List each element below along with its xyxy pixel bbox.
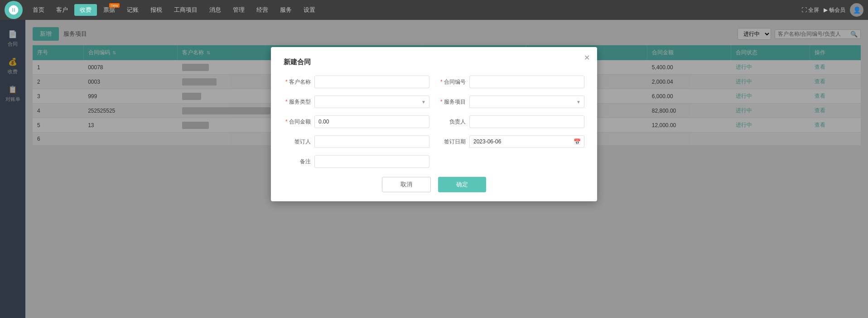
- customer-name-input[interactable]: [314, 76, 429, 88]
- customer-name-label: 客户名称: [284, 78, 311, 86]
- nav-billing[interactable]: 收费: [74, 4, 97, 16]
- avatar[interactable]: 👤: [850, 3, 863, 17]
- new-badge: new: [109, 3, 120, 8]
- form-row-3: 合同金额 负责人: [284, 115, 584, 128]
- play-icon: ▶: [824, 7, 828, 13]
- responsible-group: 负责人: [439, 115, 584, 128]
- member-button[interactable]: ▶ 畅会员: [824, 6, 845, 14]
- customer-name-group: 客户名称: [284, 76, 429, 88]
- dialog-title: 新建合同: [284, 58, 584, 66]
- service-type-group: 服务类型 ▼: [284, 95, 429, 108]
- contract-no-input[interactable]: [469, 76, 584, 88]
- service-type-label: 服务类型: [284, 98, 311, 106]
- responsible-label: 负责人: [439, 118, 466, 126]
- nav-menu: 首页 客户 收费 票据 new 记账 报税 工商项目 消息 管理 经营 服务 设…: [27, 4, 801, 16]
- note-group: 备注: [284, 155, 429, 168]
- close-icon[interactable]: ✕: [584, 53, 590, 62]
- contract-amount-label: 合同金额: [284, 118, 311, 126]
- nav-service[interactable]: 服务: [275, 4, 297, 16]
- fullscreen-icon: ⛶: [801, 7, 807, 13]
- top-navigation: 首页 客户 收费 票据 new 记账 报税 工商项目 消息 管理 经营 服务 设…: [0, 0, 868, 20]
- service-type-select-wrapper: ▼: [314, 95, 429, 108]
- signer-input[interactable]: [314, 135, 429, 148]
- dialog-footer: 取消 确定: [284, 177, 584, 192]
- nav-manage[interactable]: 管理: [227, 4, 250, 16]
- modal-overlay: 新建合同 ✕ 客户名称 合同编号 服务类型: [25, 20, 868, 318]
- nav-message[interactable]: 消息: [204, 4, 227, 16]
- service-item-select-wrapper: ▼: [469, 95, 584, 108]
- content-area: 新增 服务项目 进行中 已完成 已终止 🔍 序号 合同编码 ⇅: [25, 20, 868, 318]
- service-item-select[interactable]: [469, 95, 584, 108]
- nav-bookkeeping[interactable]: 记账: [121, 4, 144, 16]
- app-logo: [5, 1, 23, 19]
- nav-tax[interactable]: 报税: [145, 4, 168, 16]
- form-row-5: 备注: [284, 155, 584, 168]
- service-type-select[interactable]: [314, 95, 429, 108]
- form-row-2: 服务类型 ▼ 服务项目: [284, 95, 584, 108]
- nav-customer[interactable]: 客户: [51, 4, 73, 16]
- responsible-input[interactable]: [469, 115, 584, 128]
- note-input[interactable]: [314, 155, 429, 168]
- service-item-group: 服务项目 ▼: [439, 95, 584, 108]
- note-label: 备注: [284, 158, 311, 166]
- form-row-4: 签订人 签订日期 📅: [284, 135, 584, 148]
- cancel-button[interactable]: 取消: [382, 177, 431, 192]
- sign-date-group: 签订日期 📅: [439, 135, 584, 148]
- main-layout: 📄 合同 💰 收费 📋 对账单 新增 服务项目 进行中 已完成 已终止: [0, 20, 868, 318]
- contract-no-group: 合同编号: [439, 76, 584, 88]
- signer-label: 签订人: [284, 138, 311, 146]
- fullscreen-button[interactable]: ⛶ 全屏: [801, 6, 819, 14]
- form-row-1: 客户名称 合同编号: [284, 76, 584, 88]
- nav-settings[interactable]: 设置: [298, 4, 321, 16]
- calendar-icon[interactable]: 📅: [574, 138, 581, 145]
- nav-operation[interactable]: 经营: [251, 4, 274, 16]
- nav-invoice[interactable]: 票据 new: [98, 4, 121, 16]
- contract-amount-group: 合同金额: [284, 115, 429, 128]
- sign-date-wrapper: 📅: [469, 135, 584, 148]
- confirm-button[interactable]: 确定: [438, 177, 486, 192]
- top-nav-right: ⛶ 全屏 ▶ 畅会员 👤: [801, 3, 863, 17]
- new-contract-dialog: 新建合同 ✕ 客户名称 合同编号 服务类型: [271, 47, 597, 201]
- service-item-label: 服务项目: [439, 98, 466, 106]
- contract-amount-input[interactable]: [314, 115, 429, 128]
- sign-date-label: 签订日期: [439, 138, 466, 146]
- contract-no-label: 合同编号: [439, 78, 466, 86]
- nav-business[interactable]: 工商项目: [169, 4, 203, 16]
- signer-group: 签订人: [284, 135, 429, 148]
- nav-home[interactable]: 首页: [27, 4, 50, 16]
- sign-date-input[interactable]: [469, 135, 584, 148]
